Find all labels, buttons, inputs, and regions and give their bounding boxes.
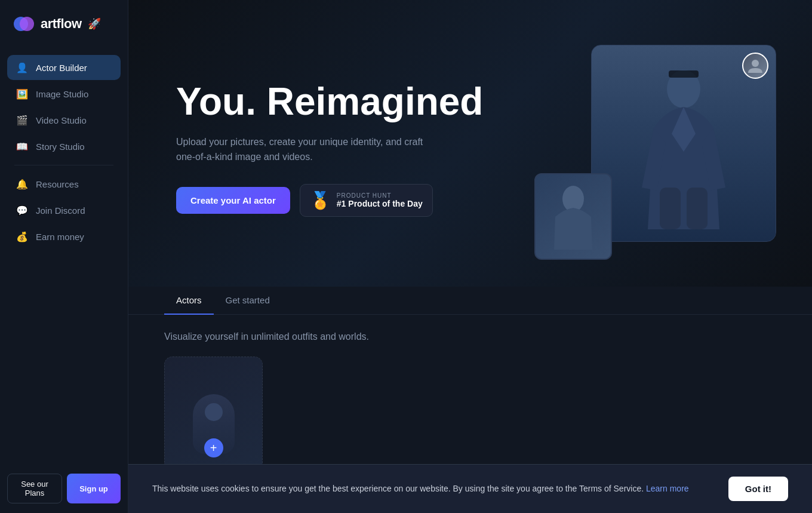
sidebar-item-label: Story Studio — [36, 142, 85, 152]
hero-description: Upload your pictures, create your unique… — [176, 134, 427, 165]
sidebar-item-earn-money[interactable]: 💰 Earn money — [7, 224, 121, 249]
sidebar-item-join-discord[interactable]: 💬 Join Discord — [7, 198, 121, 223]
sidebar-nav: 👤 Actor Builder 🖼️ Image Studio 🎬 Video … — [0, 50, 128, 464]
svg-point-1 — [20, 17, 34, 31]
resources-icon: 🔔 — [16, 177, 29, 191]
svg-point-5 — [752, 60, 759, 67]
create-actor-button[interactable]: Create your AI actor — [176, 187, 290, 214]
tab-actors[interactable]: Actors — [164, 287, 214, 315]
product-hunt-label: PRODUCT HUNT — [337, 192, 423, 199]
sidebar-item-actor-builder[interactable]: 👤 Actor Builder — [7, 55, 121, 80]
sidebar-item-label: Earn money — [36, 232, 84, 242]
hero-main-image — [591, 45, 776, 242]
sidebar-item-label: Video Studio — [36, 115, 87, 125]
sidebar-item-label: Image Studio — [36, 89, 88, 99]
sidebar-item-image-studio[interactable]: 🖼️ Image Studio — [7, 81, 121, 106]
sunglasses — [669, 70, 699, 78]
see-plans-button[interactable]: See our Plans — [7, 474, 62, 503]
learn-more-link[interactable]: Learn more — [646, 484, 689, 493]
logo-text: artflow — [41, 16, 82, 32]
actors-section-description: Visualize yourself in unlimited outfits … — [164, 331, 776, 342]
avatar-icon — [746, 56, 765, 75]
sidebar-bottom-actions: See our Plans Sign up — [0, 464, 128, 513]
signup-button[interactable]: Sign up — [67, 474, 121, 503]
sidebar: artflow 🚀 👤 Actor Builder 🖼️ Image Studi… — [0, 0, 128, 513]
earn-money-icon: 💰 — [16, 230, 29, 243]
story-studio-icon: 📖 — [16, 140, 29, 153]
hero-secondary-image — [534, 173, 612, 260]
person-silhouette-svg — [636, 56, 731, 241]
sidebar-item-video-studio[interactable]: 🎬 Video Studio — [7, 107, 121, 133]
hero-image-collage — [591, 45, 776, 242]
cookie-text: This website uses cookies to ensure you … — [152, 483, 689, 495]
logo-icon — [12, 12, 36, 36]
medal-icon: 🏅 — [310, 191, 331, 210]
sidebar-item-label: Join Discord — [36, 205, 85, 216]
hero-title: You. Reimagined — [176, 82, 483, 122]
add-actor-button[interactable]: + — [204, 438, 223, 457]
svg-rect-3 — [660, 188, 681, 229]
video-studio-icon: 🎬 — [16, 113, 29, 127]
hero-section: You. Reimagined Upload your pictures, cr… — [128, 0, 812, 287]
hero-content: You. Reimagined Upload your pictures, cr… — [176, 82, 483, 216]
cookie-banner: This website uses cookies to ensure you … — [128, 464, 812, 513]
discord-icon: 💬 — [16, 204, 29, 217]
avatar-overlay — [742, 53, 768, 79]
logo-area: artflow 🚀 — [0, 0, 128, 50]
rocket-icon: 🚀 — [88, 17, 101, 30]
tabs-bar: Actors Get started — [128, 287, 812, 315]
sidebar-item-story-studio[interactable]: 📖 Story Studio — [7, 134, 121, 159]
product-hunt-badge: 🏅 PRODUCT HUNT #1 Product of the Day — [300, 184, 433, 217]
actor-builder-icon: 👤 — [16, 61, 29, 74]
tab-get-started[interactable]: Get started — [214, 287, 282, 315]
main-content: You. Reimagined Upload your pictures, cr… — [128, 0, 812, 513]
sidebar-item-resources[interactable]: 🔔 Resources — [7, 171, 121, 196]
product-hunt-text: PRODUCT HUNT #1 Product of the Day — [337, 192, 423, 208]
got-it-button[interactable]: Got it! — [728, 477, 788, 501]
svg-rect-4 — [687, 188, 708, 229]
sidebar-item-label: Actor Builder — [36, 63, 87, 73]
image-studio-icon: 🖼️ — [16, 87, 29, 100]
hero-actions: Create your AI actor 🏅 PRODUCT HUNT #1 P… — [176, 184, 483, 217]
sidebar-item-label: Resources — [36, 179, 79, 189]
secondary-person-svg — [549, 184, 597, 250]
product-hunt-title: #1 Product of the Day — [337, 199, 423, 208]
nav-divider — [14, 165, 113, 165]
